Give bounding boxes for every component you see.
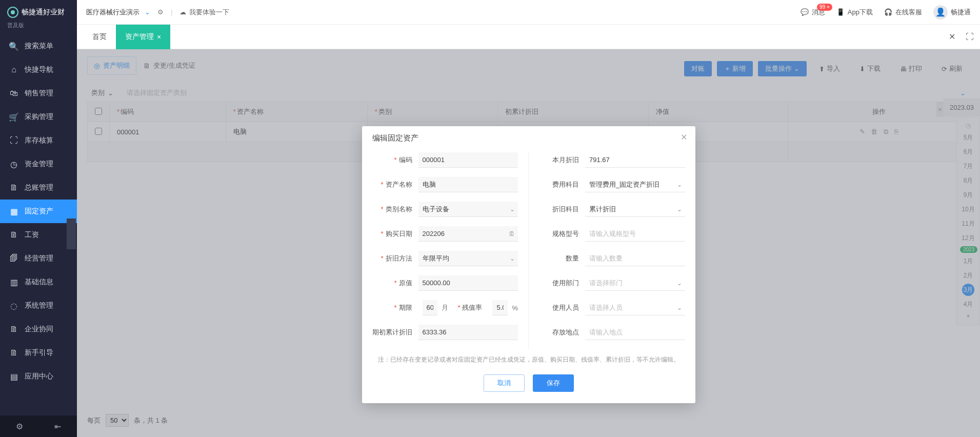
chevron-down-icon[interactable]: ⌄ [510,255,515,262]
chevron-down-icon[interactable]: ⌄ [677,181,682,188]
chevron-down-icon[interactable]: ⌄ [510,206,515,213]
purchase-date-input[interactable] [418,226,518,242]
close-all-icon[interactable]: ✕ [949,32,955,42]
message-button[interactable]: 💬 消息 99 + [801,8,825,17]
nav-icon: 🗎 [9,348,18,357]
close-icon[interactable]: × [157,33,161,41]
org-selector[interactable]: 医疗器械行业演示 ⌄ [86,8,150,17]
sidebar-item-4[interactable]: ⛶库存核算 [0,129,77,152]
chevron-down-icon[interactable]: ⌄ [677,206,682,213]
tab-1[interactable]: 资产管理× [116,25,170,49]
chevron-down-icon[interactable]: ⌄ [677,304,682,311]
residual-input[interactable] [492,300,508,315]
nav-icon: ▤ [9,372,18,381]
modal-note: 注：已经存在变更记录或者对应固定资产已经生成凭证，原值、购买日期、残值率、累计折… [362,349,695,366]
period-input[interactable] [423,300,438,315]
service-button[interactable]: 🎧 在线客服 [884,8,922,17]
topbar: 医疗器械行业演示 ⌄ ⚙ | ☁ 我要体验一下 💬 消息 99 + 📱 App下… [77,0,980,25]
cancel-button[interactable]: 取消 [484,374,525,392]
nav-icon: 🗎 [9,230,18,240]
nav-list: 🔍搜索菜单⌂快捷导航🛍销售管理🛒采购管理⛶库存核算◷资金管理🗎总账管理▦固定资产… [0,34,77,388]
method-select[interactable] [418,251,518,266]
sidebar-item-12[interactable]: 🗎企业协同 [0,317,77,341]
sidebar-item-2[interactable]: 🛍销售管理 [0,82,77,105]
close-icon[interactable]: ✕ [681,132,687,142]
sidebar: 畅捷通好业财 普及版 🔍搜索菜单⌂快捷导航🛍销售管理🛒采购管理⛶库存核算◷资金管… [0,0,77,437]
month-depr-input[interactable] [585,152,685,168]
sidebar-item-10[interactable]: ▥基础信息 [0,270,77,294]
calendar-icon[interactable]: 🗓 [509,230,515,237]
nav-icon: 🗎 [9,325,18,334]
nav-scrollbar[interactable] [67,218,76,249]
nav-icon: 🔍 [9,42,18,51]
sidebar-item-5[interactable]: ◷资金管理 [0,152,77,176]
message-badge: 99 + [817,4,832,11]
sidebar-item-9[interactable]: 🗐经营管理 [0,247,77,270]
sidebar-item-0[interactable]: 🔍搜索菜单 [0,34,77,58]
init-depr-input[interactable] [418,325,518,340]
nav-icon: ◷ [9,160,18,169]
experience-link[interactable]: ☁ 我要体验一下 [179,8,229,17]
sidebar-item-6[interactable]: 🗎总账管理 [0,176,77,200]
location-input[interactable] [585,325,685,340]
sidebar-item-1[interactable]: ⌂快捷导航 [0,58,77,82]
sidebar-item-14[interactable]: ▤应用中心 [0,365,77,388]
avatar: 👤 [933,5,948,19]
nav-icon: 🗐 [9,254,18,263]
gear-icon[interactable]: ⚙ [157,8,164,16]
message-icon: 💬 [801,8,809,16]
person-select[interactable] [585,300,685,315]
app-download-button[interactable]: 📱 App下载 [836,8,873,17]
org-name: 医疗器械行业演示 [86,8,139,17]
logo: 畅捷通好业财 [0,0,77,25]
nav-icon: ⌂ [9,65,18,74]
headset-icon: 🎧 [884,8,892,16]
spec-input[interactable] [585,226,685,242]
asset-name-input[interactable] [418,177,518,192]
orig-value-input[interactable] [418,275,518,291]
nav-icon: 🛒 [9,112,18,122]
sidebar-item-7[interactable]: ▦固定资产 [0,200,77,223]
nav-icon: ▥ [9,277,18,287]
chevron-down-icon: ⌄ [145,8,150,16]
collapse-icon[interactable]: ⇤ [38,415,77,437]
tabs-row: 首页资产管理× ✕ ⛶ [77,25,980,49]
cloud-icon: ☁ [179,8,186,16]
code-input[interactable] [418,152,518,168]
nav-icon: 🗎 [9,183,18,192]
fullscreen-icon[interactable]: ⛶ [966,32,974,42]
sidebar-item-13[interactable]: 🗎新手引导 [0,341,77,365]
chevron-down-icon[interactable]: ⌄ [677,280,682,287]
depr-acct-select[interactable] [585,202,685,217]
logo-text: 畅捷通好业财 [22,8,65,17]
phone-icon: 📱 [836,8,845,16]
save-button[interactable]: 保存 [533,374,574,392]
version-tag: 普及版 [0,22,77,29]
tab-0[interactable]: 首页 [83,25,116,49]
dept-select[interactable] [585,275,685,291]
nav-icon: ◌ [9,301,18,310]
settings-icon[interactable]: ⚙ [0,415,38,437]
category-select[interactable] [418,202,518,217]
sidebar-item-11[interactable]: ◌系统管理 [0,294,77,317]
sidebar-item-3[interactable]: 🛒采购管理 [0,105,77,129]
nav-icon: 🛍 [9,89,18,98]
expense-acct-select[interactable] [585,177,685,192]
sidebar-item-8[interactable]: 🗎工资 [0,223,77,247]
user-menu[interactable]: 👤 畅捷通 [933,5,971,19]
qty-input[interactable] [585,251,685,266]
nav-icon: ⛶ [9,136,18,145]
edit-asset-modal: 编辑固定资产 ✕ *编码 *资产名称 *类别名称⌄ *购买日期🗓 *折旧方法⌄ … [362,126,695,403]
modal-title: 编辑固定资产 [372,133,418,142]
nav-icon: ▦ [9,207,18,216]
logo-icon [7,7,18,18]
